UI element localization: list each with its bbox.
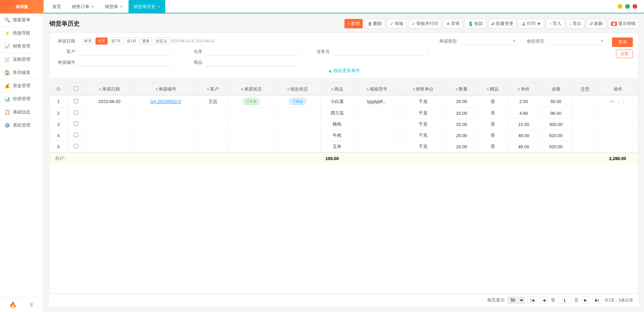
- sidebar-item-inventory[interactable]: 🏠 库存核算: [0, 66, 44, 79]
- row-checkbox-1[interactable]: [74, 110, 78, 115]
- col-spec[interactable]: ⇅规格型号: [354, 83, 400, 95]
- edit-icon[interactable]: ✏: [609, 99, 615, 104]
- sidebar-item-operations[interactable]: 📊 经营管理: [0, 93, 44, 106]
- row-checkbox-4[interactable]: [74, 144, 78, 148]
- add-button[interactable]: + 新增: [344, 19, 363, 28]
- sidebar-item-system[interactable]: ⚙️ 系统管理: [0, 119, 44, 132]
- tab-sales-delivery[interactable]: 销货单 ✕: [100, 0, 128, 13]
- audit-print-button[interactable]: ✓ 审核并打印: [409, 19, 441, 28]
- refresh-button[interactable]: ↺ 刷新: [586, 19, 606, 28]
- payment-dropdown-icon[interactable]: ▾: [601, 38, 603, 44]
- date-7days[interactable]: 近7天: [109, 37, 123, 45]
- row-checkbox[interactable]: [67, 95, 85, 108]
- col-goods[interactable]: ⇅商品: [321, 83, 354, 95]
- tab-sales-delivery-close[interactable]: ✕: [120, 5, 123, 8]
- date-yesterday[interactable]: 昨天: [82, 37, 94, 45]
- sidebar-gear-icon[interactable]: 🔥: [9, 301, 17, 309]
- col-doc-no[interactable]: ⇅单据编号: [134, 83, 197, 95]
- abandon-button[interactable]: ✕ 弃审: [443, 19, 463, 28]
- page-last-btn[interactable]: ▶|: [592, 296, 602, 304]
- row-doc-no[interactable]: SA-20230602-0: [134, 95, 197, 108]
- tab-sales-history[interactable]: 销货单历史 ✕: [129, 0, 165, 13]
- col-gift[interactable]: ⇅赠品: [477, 83, 508, 95]
- col-payment-status[interactable]: ⇅收款状态: [275, 83, 321, 95]
- window-close[interactable]: [633, 4, 637, 9]
- date-1month[interactable]: 近1月: [124, 37, 139, 45]
- sidebar-item-label: 经营管理: [13, 96, 30, 102]
- row-customer: [197, 141, 228, 152]
- col-price[interactable]: ⇅单价: [508, 83, 539, 95]
- sidebar-item-base-info[interactable]: 📋 基础信息: [0, 106, 44, 119]
- collapse-button[interactable]: ▲ 收起更多条件: [55, 68, 633, 74]
- customer-input[interactable]: [78, 48, 169, 55]
- col-unit[interactable]: ⇅销售单位: [400, 83, 446, 95]
- delete-button[interactable]: 🗑 删除: [365, 19, 385, 28]
- tab-sales-order-close[interactable]: ✕: [91, 5, 94, 8]
- row-checkbox[interactable]: [67, 130, 85, 141]
- row-checkbox[interactable]: [67, 108, 85, 119]
- salesperson-input[interactable]: [332, 48, 423, 55]
- warehouse-input[interactable]: [205, 48, 296, 55]
- row-checkbox[interactable]: [67, 119, 85, 130]
- col-customer[interactable]: ⇅客户: [197, 83, 228, 95]
- sidebar-item-quick-nav[interactable]: ⚡ 快捷导航: [0, 27, 44, 40]
- page-first-btn[interactable]: |◀: [527, 296, 537, 304]
- customer-dots[interactable]: ...: [172, 49, 175, 54]
- audit-button[interactable]: ✓ 审核: [387, 19, 407, 28]
- batch-change-button[interactable]: ⇄ 批量变更: [488, 19, 516, 28]
- goods-input[interactable]: [205, 59, 296, 66]
- row-doc-no[interactable]: [134, 119, 197, 130]
- sidebar-item-purchase[interactable]: 🛒 采购管理: [0, 53, 44, 66]
- row-doc-no[interactable]: [134, 108, 197, 119]
- export-button[interactable]: ↓ 导出: [566, 19, 585, 28]
- date-more[interactable]: 更多: [140, 37, 152, 45]
- show-detail-button[interactable]: 📋 显示明细: [608, 19, 639, 28]
- print-button[interactable]: 🖨 打印 ▼: [519, 19, 544, 28]
- more-icon[interactable]: ⋮⋮: [615, 99, 627, 104]
- row-checkbox-0[interactable]: [74, 99, 78, 103]
- doctype-dropdown-icon[interactable]: ▾: [513, 38, 515, 44]
- row-checkbox[interactable]: [67, 141, 85, 152]
- page-prev-btn[interactable]: ◀: [540, 296, 548, 304]
- tab-sales-order[interactable]: 销售订单 ✕: [67, 0, 99, 13]
- date-custom[interactable]: 自定义: [153, 37, 169, 45]
- goods-dots[interactable]: ...: [299, 60, 303, 65]
- tab-sales-history-close[interactable]: ✕: [158, 5, 160, 8]
- docno-input[interactable]: [78, 59, 172, 66]
- window-maximize[interactable]: [625, 4, 630, 9]
- row-doc-no[interactable]: [134, 141, 197, 152]
- import-button[interactable]: ↑ 导入: [546, 19, 564, 28]
- row-doc-no[interactable]: [134, 130, 197, 141]
- col-doc-date[interactable]: ⇅单据日期: [85, 83, 134, 95]
- row-action[interactable]: [598, 119, 638, 130]
- row-action[interactable]: [598, 108, 638, 119]
- sidebar-item-search-menu[interactable]: 🔍 搜索菜单: [0, 14, 44, 27]
- row-checkbox-2[interactable]: [74, 122, 78, 126]
- date-today[interactable]: 今天: [95, 37, 108, 45]
- sidebar-pause-icon[interactable]: ⏸: [28, 302, 34, 309]
- select-all-checkbox[interactable]: [74, 86, 78, 91]
- query-button[interactable]: 查询: [612, 37, 633, 47]
- print-icon: 🖨: [522, 21, 526, 26]
- set-button[interactable]: 设置: [616, 50, 633, 58]
- collect-button[interactable]: 💲 收款: [465, 19, 486, 28]
- row-checkbox-3[interactable]: [74, 133, 78, 137]
- col-settings[interactable]: ⚙: [50, 83, 67, 95]
- page-size-select[interactable]: 50 100: [507, 296, 525, 304]
- warehouse-dots[interactable]: ...: [299, 49, 303, 54]
- page-next-btn[interactable]: ▶: [581, 296, 590, 304]
- doc-no-link[interactable]: SA-20230602-0: [150, 99, 181, 104]
- row-unit: 千克: [400, 141, 446, 152]
- col-qty[interactable]: ⇅数量: [446, 83, 477, 95]
- page-number-input[interactable]: [558, 297, 571, 304]
- row-action[interactable]: [598, 130, 638, 141]
- salesperson-dots[interactable]: ...: [426, 49, 430, 54]
- sidebar-item-finance[interactable]: 💰 资金管理: [0, 79, 44, 93]
- row-action[interactable]: ✏⋮⋮: [598, 95, 638, 108]
- sidebar-item-sales[interactable]: 📈 销售管理: [0, 40, 44, 53]
- row-action[interactable]: [598, 141, 638, 152]
- col-doc-status[interactable]: ⇅单据状态: [228, 83, 275, 95]
- window-minimize[interactable]: [618, 4, 622, 9]
- tab-sales-order-label: 销售订单: [72, 4, 89, 10]
- tab-home[interactable]: 首页: [47, 0, 66, 13]
